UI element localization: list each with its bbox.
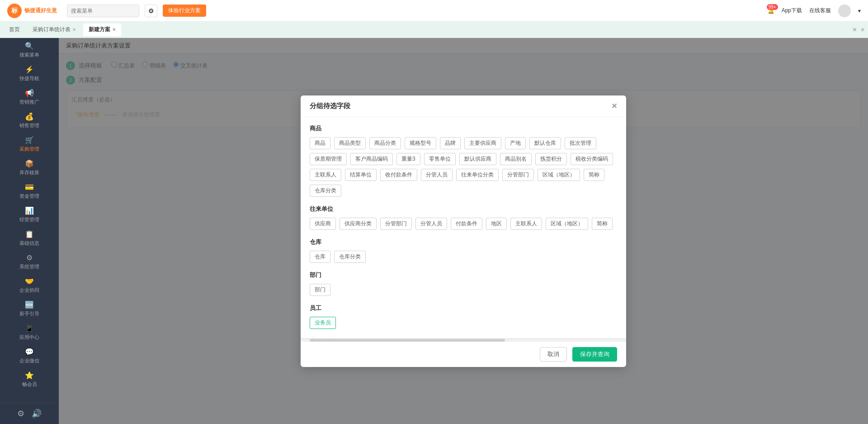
field-tag-goods-14[interactable]: 商品别名	[500, 153, 532, 165]
field-tag-goods-6[interactable]: 产地	[505, 137, 526, 149]
field-tag-goods-1[interactable]: 商品类型	[334, 137, 366, 149]
sidebar-item-app-center[interactable]: 📱 应用中心	[0, 320, 59, 344]
inventory-icon: 📦	[25, 159, 34, 168]
tab-purchase-stats[interactable]: 采购订单统计表 ✕	[27, 24, 81, 36]
modal-body[interactable]: 商品 商品 商品类型 商品分类 规格型号 品牌 主要供应商 产地 默认仓库 批次…	[301, 117, 626, 338]
logo-icon: 标	[7, 4, 22, 18]
field-tag-goods-23[interactable]: 区域（地区）	[538, 169, 580, 181]
field-group-partner: 往来单位 供应商 供应商分类 分管部门 分管人员 付款条件 地区 主联系人 区域…	[310, 205, 617, 230]
sales-icon: 💰	[25, 112, 34, 121]
user-avatar[interactable]	[838, 5, 851, 17]
cancel-button[interactable]: 取消	[540, 347, 567, 362]
field-tag-goods-16[interactable]: 税收分类编码	[571, 153, 613, 165]
tab-home[interactable]: 首页	[4, 24, 25, 36]
field-tag-partner-0[interactable]: 供应商	[310, 218, 336, 230]
main-layout: 🔍 搜索菜单 ⚡ 快捷导航 📢 营销推广 💰 销售管理 🛒 采购管理 📦 库存核…	[0, 38, 868, 424]
menu-search-input[interactable]	[71, 8, 135, 14]
sidebar-item-purchase-label: 采购管理	[19, 146, 39, 152]
field-tag-goods-17[interactable]: 主联系人	[310, 169, 341, 181]
field-tag-warehouse-1[interactable]: 仓库分类	[334, 251, 366, 263]
sidebar-item-sales-label: 销售管理	[19, 122, 39, 129]
sidebar-item-guide[interactable]: 🆕 新手引导	[0, 297, 59, 320]
save-query-button[interactable]: 保存并查询	[572, 347, 617, 362]
notification-badge: 99+	[767, 4, 778, 10]
menu-search-box[interactable]	[67, 5, 139, 17]
field-tag-goods-5[interactable]: 主要供应商	[464, 137, 501, 149]
sidebar-item-search-label: 搜索菜单	[19, 52, 39, 58]
field-tag-partner-5[interactable]: 地区	[486, 218, 507, 230]
tab-new-scheme[interactable]: 新建方案 ✕	[83, 24, 121, 36]
field-tag-goods-20[interactable]: 分管人员	[421, 169, 453, 181]
field-tag-goods-2[interactable]: 商品分类	[369, 137, 401, 149]
field-tags-staff: 业务员	[310, 317, 617, 329]
field-tag-goods-24[interactable]: 简称	[584, 169, 604, 181]
sidebar-item-sales[interactable]: 💰 销售管理	[0, 109, 59, 132]
sidebar-item-basic-info[interactable]: 📋 基础信息	[0, 226, 59, 250]
sidebar-item-operations[interactable]: 📊 经营管理	[0, 203, 59, 226]
sidebar-item-system[interactable]: ⚙ 系统管理	[0, 250, 59, 273]
field-tag-dept-0[interactable]: 部门	[310, 284, 330, 296]
user-menu-arrow[interactable]: ▾	[858, 8, 861, 14]
sidebar-item-member-label: 畅会员	[22, 381, 37, 388]
sidebar-item-member[interactable]: ⭐ 畅会员	[0, 367, 59, 391]
logo-area: 标 畅捷通好生意	[7, 4, 61, 18]
sidebar-item-inventory[interactable]: 📦 库存核算	[0, 156, 59, 179]
field-tag-partner-3[interactable]: 分管人员	[415, 218, 447, 230]
sidebar-item-enterprise[interactable]: 🤝 企业协同	[0, 273, 59, 297]
notification-bell[interactable]: 🔔 99+	[768, 8, 774, 14]
modal-close-button[interactable]: ✕	[611, 102, 617, 110]
modal-horizontal-scrollbar[interactable]	[301, 338, 626, 341]
field-tag-warehouse-0[interactable]: 仓库	[310, 251, 330, 263]
experience-button[interactable]: 体验行业方案	[163, 5, 206, 17]
field-tag-partner-7[interactable]: 区域（地区）	[546, 218, 588, 230]
field-tag-goods-9[interactable]: 保质期管理	[310, 153, 347, 165]
field-tag-goods-8[interactable]: 批次管理	[565, 137, 596, 149]
field-tag-goods-21[interactable]: 往来单位分类	[456, 169, 499, 181]
field-tag-goods-3[interactable]: 规格型号	[405, 137, 436, 149]
field-tag-goods-4[interactable]: 品牌	[440, 137, 461, 149]
sidebar-item-search[interactable]: 🔍 搜索菜单	[0, 38, 59, 62]
tab-bar-close-icon[interactable]: ✕	[852, 26, 857, 33]
app-download-link[interactable]: App下载	[782, 7, 802, 14]
field-tag-staff-0[interactable]: 业务员	[310, 317, 336, 329]
sidebar-bottom: ⚙ 🔊	[0, 403, 59, 424]
field-group-dept: 部门 部门	[310, 271, 617, 296]
field-tag-goods-0[interactable]: 商品	[310, 137, 330, 149]
field-tag-partner-2[interactable]: 分管部门	[380, 218, 412, 230]
field-group-warehouse-title: 仓库	[310, 238, 617, 246]
field-tag-partner-4[interactable]: 付款条件	[451, 218, 482, 230]
field-tag-partner-8[interactable]: 简称	[592, 218, 613, 230]
field-tag-goods-7[interactable]: 默认仓库	[529, 137, 561, 149]
field-tag-goods-25[interactable]: 仓库分类	[310, 185, 341, 197]
sidebar-item-quick-nav[interactable]: ⚡ 快捷导航	[0, 62, 59, 85]
sidebar: 🔍 搜索菜单 ⚡ 快捷导航 📢 营销推广 💰 销售管理 🛒 采购管理 📦 库存核…	[0, 38, 59, 424]
sidebar-item-finance[interactable]: 💳 资金管理	[0, 179, 59, 203]
field-group-partner-title: 往来单位	[310, 205, 617, 213]
sidebar-volume-icon[interactable]: 🔊	[32, 409, 42, 419]
field-tag-goods-11[interactable]: 重量3	[396, 153, 420, 165]
tab-new-scheme-label: 新建方案	[89, 26, 110, 33]
tab-purchase-stats-close[interactable]: ✕	[72, 27, 76, 32]
tab-bar-more-icon[interactable]: ≡	[861, 26, 864, 33]
sidebar-gear-icon[interactable]: ⚙	[17, 409, 24, 419]
top-navigation: 标 畅捷通好生意 ⚙ 体验行业方案 🔔 99+ App下载 在线客服 ▾	[0, 0, 868, 22]
field-tag-goods-12[interactable]: 零售单位	[424, 153, 456, 165]
field-tag-goods-22[interactable]: 分管部门	[502, 169, 534, 181]
tab-purchase-stats-label: 采购订单统计表	[33, 26, 71, 33]
field-tag-partner-6[interactable]: 主联系人	[510, 218, 542, 230]
modal-hscroll-thumb	[310, 339, 505, 342]
field-tag-goods-19[interactable]: 收付款条件	[380, 169, 417, 181]
field-tag-partner-1[interactable]: 供应商分类	[340, 218, 377, 230]
sidebar-item-wechat[interactable]: 💬 企业微信	[0, 344, 59, 367]
field-group-goods: 商品 商品 商品类型 商品分类 规格型号 品牌 主要供应商 产地 默认仓库 批次…	[310, 124, 617, 197]
field-tag-goods-18[interactable]: 结算单位	[345, 169, 377, 181]
online-service-link[interactable]: 在线客服	[809, 7, 831, 14]
tab-new-scheme-close[interactable]: ✕	[112, 27, 116, 32]
sidebar-item-marketing[interactable]: 📢 营销推广	[0, 85, 59, 109]
field-group-goods-title: 商品	[310, 124, 617, 133]
settings-button[interactable]: ⚙	[145, 5, 157, 17]
sidebar-item-purchase[interactable]: 🛒 采购管理	[0, 132, 59, 156]
field-tag-goods-10[interactable]: 客户商品编码	[350, 153, 393, 165]
field-tag-goods-13[interactable]: 默认供应商	[459, 153, 496, 165]
field-tag-goods-15[interactable]: 拣货积分	[535, 153, 567, 165]
